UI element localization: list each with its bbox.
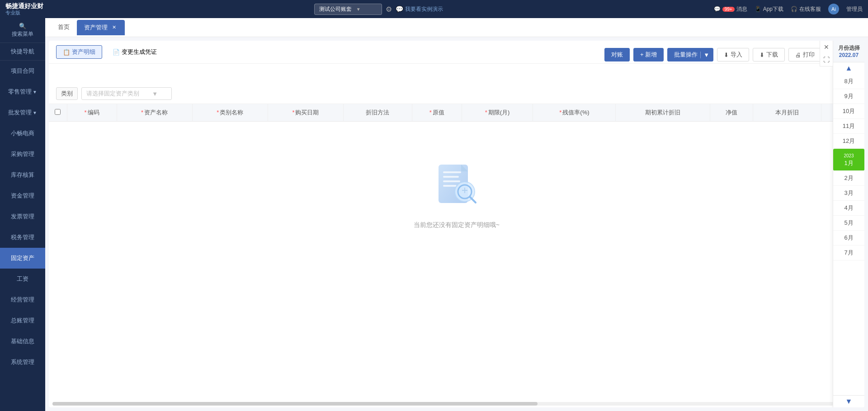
month-item-5[interactable]: 5月: [833, 216, 864, 231]
download-button[interactable]: ⬇ 下载: [753, 48, 785, 61]
search-icon: 🔍: [19, 23, 26, 29]
import-button[interactable]: ⬇ 导入: [717, 48, 749, 61]
chevron-up-icon: ▲: [845, 64, 853, 72]
sub-tab-asset-detail[interactable]: 📋 资产明细: [56, 45, 102, 59]
tab-home[interactable]: 首页: [51, 19, 77, 36]
quick-nav-button[interactable]: 快捷导航: [0, 43, 45, 61]
sidebar-item-project[interactable]: 项目合同: [0, 61, 45, 81]
month-list: 8月9月10月11月12月20231月2月3月4月5月6月7月: [833, 74, 864, 395]
sidebar-item-label: 批发管理: [8, 109, 32, 117]
sidebar-item-ecommerce[interactable]: 小畅电商: [0, 123, 45, 144]
month-item-9[interactable]: 9月: [833, 89, 864, 104]
horizontal-scrollbar[interactable]: [52, 402, 861, 406]
month-item-4[interactable]: 4月: [833, 201, 864, 216]
panel-expand-button[interactable]: ⛶: [820, 53, 833, 66]
sidebar-item-basic_info[interactable]: 基础信息: [0, 331, 45, 352]
sidebar-item-inventory[interactable]: 库存核算: [0, 165, 45, 185]
print-button[interactable]: 🖨 打印: [788, 48, 821, 61]
message-badge: 99+: [722, 7, 735, 12]
category-select[interactable]: 请选择固定资产类别 ▼: [81, 87, 172, 100]
sub-tab-change-voucher[interactable]: 📄 变更生成凭证: [106, 45, 164, 59]
company-selector[interactable]: 测试公司账套 ▼: [314, 4, 382, 15]
add-label: + 新增: [640, 51, 657, 59]
reconcile-button[interactable]: 对账: [604, 48, 630, 61]
sidebar: 🔍 搜索菜单 快捷导航 项目合同零售管理▼批发管理▼小畅电商采购管理库存核算资金…: [0, 18, 45, 411]
app-download-button[interactable]: 📱 App下载: [755, 5, 783, 13]
svg-rect-4: [443, 185, 457, 187]
empty-message: 当前您还没有固定资产明细哦~: [414, 221, 500, 229]
asset-mgmt-tab-label: 资产管理: [84, 24, 108, 32]
sidebar-item-label: 项目合同: [11, 67, 34, 75]
sidebar-item-purchase[interactable]: 采购管理: [0, 144, 45, 165]
month-item-1[interactable]: 20231月: [833, 149, 864, 171]
month-item-8[interactable]: 8月: [833, 74, 864, 89]
sidebar-item-tax[interactable]: 税务管理: [0, 227, 45, 248]
month-item-6[interactable]: 6月: [833, 231, 864, 246]
sidebar-item-ledger[interactable]: 总账管理: [0, 310, 45, 331]
col-category: *类别名称: [192, 104, 268, 122]
col-accumulated-depreciation: 期初累计折旧: [616, 104, 710, 122]
sidebar-item-label: 税务管理: [11, 233, 34, 241]
sidebar-item-fixed_assets[interactable]: 固定资产: [0, 248, 45, 269]
category-placeholder: 请选择固定资产类别: [86, 90, 139, 98]
sidebar-item-system[interactable]: 系统管理: [0, 352, 45, 373]
tab-asset-mgmt[interactable]: 资产管理 ✕: [77, 20, 125, 35]
sidebar-item-retail[interactable]: 零售管理▼: [0, 81, 45, 102]
batch-arrow-icon: ▼: [700, 52, 709, 58]
sidebar-item-label: 资金管理: [11, 192, 34, 200]
empty-state: 当前您还没有固定资产明细哦~: [49, 122, 864, 265]
app-name: 畅捷通好业财: [5, 2, 43, 10]
month-picker-title: 月份选择 2022.07: [833, 41, 864, 62]
top-bar-center: 测试公司账套 ▼ ⚙ 💬 我要看实例演示: [314, 4, 443, 15]
online-service-button[interactable]: 🎧 在线客服: [791, 5, 821, 13]
panel-close-button[interactable]: ✕: [820, 41, 833, 53]
quick-nav-label: 快捷导航: [4, 47, 42, 56]
avatar-initials: Ai: [831, 6, 836, 12]
asset-detail-label: 资产明细: [72, 48, 95, 56]
panel-controls: ✕ ⛶: [820, 41, 833, 66]
chevron-down-icon: ▼: [845, 397, 853, 406]
sidebar-item-invoice[interactable]: 发票管理: [0, 206, 45, 227]
month-item-11[interactable]: 11月: [833, 119, 864, 134]
sidebar-item-label: 采购管理: [11, 150, 34, 158]
month-item-2[interactable]: 2月: [833, 171, 864, 186]
sidebar-item-wholesale[interactable]: 批发管理▼: [0, 102, 45, 123]
category-select-arrow: ▼: [152, 90, 158, 97]
user-avatar[interactable]: Ai: [828, 4, 839, 14]
add-button[interactable]: + 新增: [633, 48, 664, 61]
batch-label: 批量操作: [674, 51, 698, 59]
demo-link[interactable]: 💬 我要看实例演示: [396, 5, 443, 13]
month-nav-down[interactable]: ▼: [833, 395, 864, 407]
checkbox-all[interactable]: [55, 109, 61, 115]
message-button[interactable]: 💬 99+ 消息: [714, 5, 747, 13]
search-menu-label: 搜索菜单: [4, 30, 42, 38]
page-content: 📋 资产明细 📄 变更生成凭证 对账 + 新增 批量操作 ▼: [49, 41, 864, 407]
sidebar-item-operation[interactable]: 经营管理: [0, 289, 45, 310]
arrow-icon: ▼: [33, 110, 37, 115]
month-item-10[interactable]: 10月: [833, 104, 864, 119]
sidebar-item-finance[interactable]: 资金管理: [0, 185, 45, 206]
month-item-12[interactable]: 12月: [833, 134, 864, 149]
chevron-down-icon[interactable]: ▼: [356, 7, 361, 12]
batch-button[interactable]: 批量操作 ▼: [667, 48, 713, 61]
month-item-7[interactable]: 7月: [833, 246, 864, 260]
import-label: 导入: [731, 51, 742, 59]
sidebar-item-label: 零售管理: [8, 88, 32, 96]
month-nav-up[interactable]: ▲: [833, 62, 864, 74]
month-item-3[interactable]: 3月: [833, 186, 864, 201]
company-name: 测试公司账套: [319, 5, 352, 13]
tab-close-icon[interactable]: ✕: [110, 24, 118, 31]
scrollbar-thumb[interactable]: [52, 402, 538, 406]
phone-icon: 📱: [755, 6, 761, 12]
message-icon: 💬: [714, 6, 721, 12]
search-menu-button[interactable]: 🔍 搜索菜单: [0, 18, 45, 43]
settings-icon[interactable]: ⚙: [386, 5, 392, 14]
sidebar-item-label: 小畅电商: [11, 129, 34, 137]
import-icon: ⬇: [724, 52, 729, 58]
sidebar-item-label: 库存核算: [11, 171, 34, 179]
download-label: 下载: [766, 51, 778, 59]
sidebar-item-label: 基础信息: [11, 337, 34, 345]
select-all-checkbox[interactable]: [49, 104, 67, 122]
sidebar-item-salary[interactable]: 工资: [0, 269, 45, 289]
top-bar-left: 畅捷通好业财 专业版: [5, 2, 43, 16]
